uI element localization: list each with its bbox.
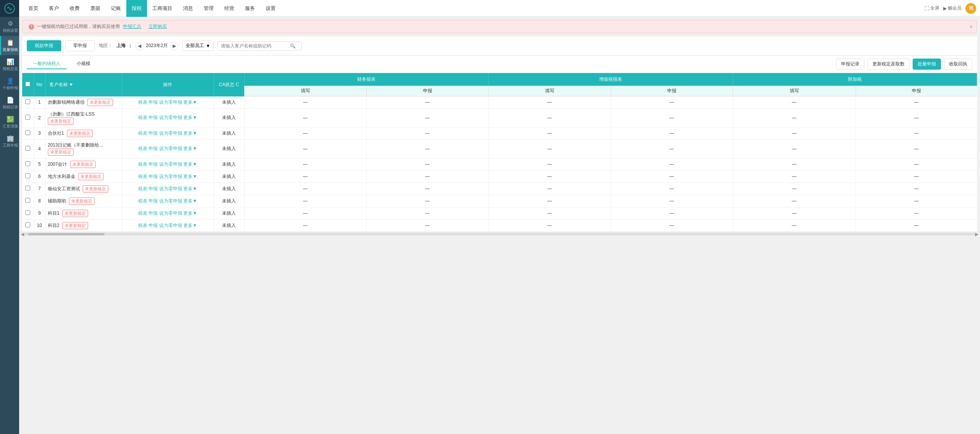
op-zero-3[interactable]: 设为零申报 [159,146,182,151]
no-header: No [34,73,45,96]
row-select-checkbox-4[interactable] [25,161,30,166]
row-select-checkbox-7[interactable] [25,198,30,203]
nav-home[interactable]: 首页 [23,0,44,17]
status-badge-8: 未更新核定 [62,210,88,217]
op-zero-4[interactable]: 设为零申报 [159,162,182,167]
op-taxform-0[interactable]: 税表 [138,100,147,105]
region-info-icon[interactable]: ℹ [129,43,131,49]
notice-link-record[interactable]: 申报汇总 [123,23,141,30]
sidebar-item-gongshang[interactable]: 🏢 工商年报 [0,132,19,151]
tab-general-taxpayer[interactable]: 一般的纳税人 [27,59,67,69]
op-declare-1[interactable]: 申报 [149,115,158,120]
nav-customer[interactable]: 客户 [44,0,64,17]
scroll-right-arrow[interactable]: ▶ [975,232,978,237]
nav-service[interactable]: 服务 [240,0,260,17]
nav-billing[interactable]: 收费 [64,0,85,17]
op-taxform-1[interactable]: 税表 [138,115,147,120]
op-taxform-7[interactable]: 税表 [138,198,147,204]
op-declare-6[interactable]: 申报 [149,186,158,191]
nav-bookkeeping[interactable]: 记账 [106,0,126,17]
avatar[interactable]: 胡 [965,3,976,14]
select-all-checkbox[interactable] [25,82,30,86]
sidebar-item-geshui[interactable]: 👤 个税申报 [0,74,19,93]
tab-tax-declaration[interactable]: 税款申报 [27,40,61,51]
op-declare-2[interactable]: 申报 [149,131,158,136]
row-select-checkbox-9[interactable] [25,222,30,227]
withdraw-button[interactable]: 收取回执 [944,59,972,70]
op-more-7[interactable]: 更多▼ [183,198,197,204]
op-more-8[interactable]: 更多▼ [183,210,197,216]
op-more-6[interactable]: 更多▼ [183,186,197,191]
op-taxform-4[interactable]: 税表 [138,162,147,167]
fullscreen-button[interactable]: ⛶ 全屏 [924,5,939,11]
op-zero-9[interactable]: 设为零申报 [159,223,182,228]
date-prev-button[interactable]: ◀ [135,42,144,50]
notice-close-button[interactable]: × [970,24,973,30]
op-declare-3[interactable]: 申报 [149,146,158,151]
nav-tax[interactable]: 报税 [126,0,147,17]
search-input[interactable] [221,43,290,49]
row-select-checkbox-8[interactable] [25,210,30,215]
sidebar-item-zonlan[interactable]: 📊 报税总览 [0,55,19,74]
op-taxform-9[interactable]: 税表 [138,223,147,228]
nav-settings[interactable]: 设置 [260,0,281,17]
row-select-checkbox-1[interactable] [25,115,30,120]
batch-declare-button[interactable]: 批量申报 [913,59,941,70]
record-button[interactable]: 申报记录 [836,59,864,70]
reconcile-icon: 💹 [7,116,14,123]
nav-manage[interactable]: 管理 [198,0,219,17]
op-zero-7[interactable]: 设为零申报 [159,198,182,204]
op-zero-2[interactable]: 设为零申报 [159,131,182,136]
horizontal-scrollbar[interactable]: ◀ ▶ [19,232,980,237]
tab-zero-declaration[interactable]: 零申报 [65,40,95,51]
op-taxform-3[interactable]: 税表 [138,146,147,151]
op-taxform-5[interactable]: 税表 [138,174,147,179]
tab-small-scale[interactable]: 小规模 [70,59,96,69]
scrollbar-thumb[interactable] [28,233,105,235]
nav-operation[interactable]: 经营 [219,0,240,17]
op-zero-8[interactable]: 设为零申报 [159,210,182,216]
sidebar-item-huisuan[interactable]: 💹 汇算清缴 [0,113,19,132]
client-name-header: 客户名称 ▼ [45,73,122,96]
op-declare-7[interactable]: 申报 [149,198,158,204]
notice-link-buy[interactable]: 立即购买 [149,23,167,30]
update-button[interactable]: 更新税定及取数 [867,59,910,70]
sidebar-item-piliang[interactable]: 📋 批量报税 [0,36,19,55]
op-declare-9[interactable]: 申报 [149,223,158,228]
op-declare-8[interactable]: 申报 [149,210,158,216]
additional-tax-header: 附加税 [733,73,977,86]
op-zero-6[interactable]: 设为零申报 [159,186,182,191]
row-select-checkbox-2[interactable] [25,130,30,135]
sidebar-item-baoshuishezhi[interactable]: ⚙ 报税设置 [0,17,19,36]
op-more-5[interactable]: 更多▼ [183,174,197,179]
row-select-checkbox-5[interactable] [25,173,30,178]
op-declare-4[interactable]: 申报 [149,162,158,167]
op-zero-5[interactable]: 设为零申报 [159,174,182,179]
op-zero-0[interactable]: 设为零申报 [159,100,182,105]
row-select-checkbox-3[interactable] [25,146,30,151]
op-declare-5[interactable]: 申报 [149,174,158,179]
member-button[interactable]: ▶ 畅会员 [943,5,962,11]
nav-invoice[interactable]: 票据 [85,0,106,17]
nav-commerce[interactable]: 工商项目 [147,0,178,17]
sort-icon[interactable]: ▼ [69,82,74,87]
search-icon[interactable]: 🔍 [290,43,296,49]
op-taxform-8[interactable]: 税表 [138,210,147,216]
op-taxform-2[interactable]: 税表 [138,131,147,136]
row-select-checkbox-6[interactable] [25,186,30,191]
op-more-9[interactable]: 更多▼ [183,223,197,228]
op-more-3[interactable]: 更多▼ [183,146,197,151]
date-next-button[interactable]: ▶ [170,42,178,50]
op-taxform-6[interactable]: 税表 [138,186,147,191]
op-more-0[interactable]: 更多▼ [183,100,197,105]
scroll-left-arrow[interactable]: ◀ [21,232,24,237]
department-select[interactable]: 全部员工 ▼ [182,41,214,51]
op-declare-0[interactable]: 申报 [149,100,158,105]
op-more-2[interactable]: 更多▼ [183,131,197,136]
row-select-checkbox-0[interactable] [25,99,30,104]
op-zero-1[interactable]: 设为零申报 [159,115,182,120]
op-more-1[interactable]: 更多▼ [183,115,197,120]
op-more-4[interactable]: 更多▼ [183,162,197,167]
nav-message[interactable]: 消息 [178,0,198,17]
sidebar-item-jilu[interactable]: 📄 报税记录 [0,93,19,113]
